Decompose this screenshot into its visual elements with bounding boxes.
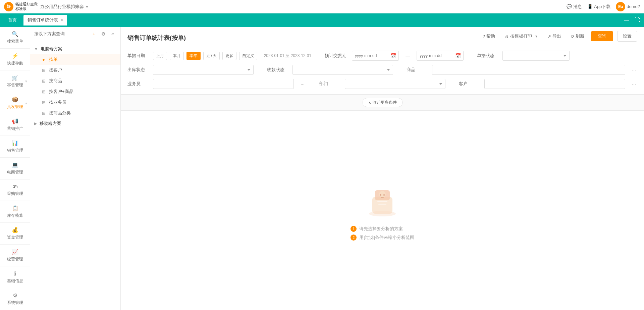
department-label: 部门 — [319, 81, 339, 87]
date-btn-more[interactable]: 更多 — [222, 52, 236, 60]
pc-group-arrow-icon: ▼ — [34, 47, 38, 51]
logo-text: 畅捷通好生意 标准版 — [15, 2, 38, 11]
svg-rect-7 — [378, 204, 386, 205]
mobile-group-arrow-icon: ▶ — [34, 121, 37, 126]
app-download-button[interactable]: 📱 App下载 — [587, 4, 610, 10]
scheme-group-mobile-title[interactable]: ▶ 移动端方案 — [30, 118, 120, 128]
purchase-icon: 🛍 — [12, 184, 18, 190]
ecommerce-icon: 💻 — [12, 162, 18, 168]
tab-close-icon[interactable]: × — [61, 18, 63, 22]
tip-num-2: 2 — [351, 235, 357, 241]
sidebar-item-ecommerce[interactable]: 💻 电商管理 — [0, 158, 30, 179]
message-icon: 💬 — [567, 4, 572, 9]
sidebar-item-finance[interactable]: 💰 资金管理 — [0, 223, 30, 245]
goods-filter-label: 商品 — [407, 67, 427, 73]
empty-state: 1 请先选择要分析的方案 2 用[过滤]条件来缩小分析范围 — [121, 111, 644, 310]
sidebar-item-system[interactable]: ⚙ 系统管理 — [0, 288, 30, 310]
goods-more-icon[interactable]: ··· — [631, 67, 637, 72]
customer-more-icon[interactable]: ··· — [631, 81, 637, 87]
page-header: 销售订单统计表(按单) ? 帮助 🖨 按模板打印 ▼ ↗ 导出 — [121, 27, 644, 45]
export-button[interactable]: ↗ 导出 — [545, 32, 564, 41]
salesman-more-icon[interactable]: ··· — [299, 81, 306, 87]
page-actions: ? 帮助 🖨 按模板打印 ▼ ↗ 导出 ↺ 刷新 — [480, 31, 637, 45]
tip-num-1: 1 — [351, 226, 357, 232]
sidebar-item-wholesale[interactable]: 📦 批发管理 ▲ — [0, 92, 30, 114]
tab-home[interactable]: 首页 — [3, 15, 22, 25]
date-btn-this-month[interactable]: 本月 — [170, 52, 184, 60]
date-filter-label: 单据日期 — [127, 53, 148, 59]
logo-area: 好 畅捷通好生意 标准版 — [4, 2, 38, 11]
sidebar-item-basic-info[interactable]: ℹ 基础信息 — [0, 266, 30, 288]
scheme-item-by-goods[interactable]: ⊞ 按商品 — [30, 75, 120, 86]
scheme-group-mobile: ▶ 移动端方案 — [30, 118, 120, 128]
goods-input[interactable] — [432, 65, 625, 75]
scheme-group-pc-title[interactable]: ▼ 电脑端方案 — [30, 44, 120, 54]
scheme-list: ▼ 电脑端方案 ● 按单 ⊞ 按客户 ⊞ 按商品 — [30, 41, 120, 131]
sidebar-item-marketing[interactable]: 📢 营销推广 — [0, 114, 30, 136]
empty-tips: 1 请先选择要分析的方案 2 用[过滤]条件来缩小分析范围 — [351, 226, 414, 241]
refresh-button[interactable]: ↺ 刷新 — [568, 32, 587, 41]
status-select[interactable] — [502, 51, 570, 61]
sidebar-item-sales[interactable]: 📊 销售管理 — [0, 136, 30, 158]
empty-tip-2: 2 用[过滤]条件来缩小分析范围 — [351, 235, 414, 241]
help-button[interactable]: ? 帮助 — [480, 32, 498, 41]
date-btn-7days[interactable]: 近7天 — [203, 52, 220, 60]
breadcrumb-dropdown-icon[interactable]: ▼ — [85, 5, 89, 9]
scheme-add-button[interactable]: + — [90, 30, 98, 38]
salesman-input[interactable] — [153, 79, 294, 89]
main-content: 销售订单统计表(按单) ? 帮助 🖨 按模板打印 ▼ ↗ 导出 — [121, 27, 644, 310]
breadcrumb: 办公用品行业模拟账套 ▼ — [40, 4, 564, 10]
by-customer-goods-icon: ⊞ — [41, 89, 46, 94]
filter-row-status: 出库状态 收款状态 商品 ··· — [127, 65, 637, 75]
tab-minimize-button[interactable]: — — [623, 16, 631, 24]
sidebar-item-inventory[interactable]: 📋 库存核算 — [0, 201, 30, 223]
sidebar-item-purchase[interactable]: 🛍 采购管理 — [0, 179, 30, 201]
retail-arrow-icon: ▼ — [24, 80, 28, 83]
payment-status-select[interactable] — [292, 65, 393, 75]
status-filter-label: 单据状态 — [477, 53, 497, 59]
empty-illustration — [362, 180, 402, 220]
scheme-settings-button[interactable]: ⚙ — [100, 30, 107, 38]
scheme-item-by-customer[interactable]: ⊞ 按客户 — [30, 65, 120, 75]
sidebar-item-retail[interactable]: 🛒 零售管理 ▼ — [0, 70, 30, 92]
by-goods-icon: ⊞ — [41, 78, 46, 84]
content-area: 按以下方案查询 + ⚙ « ▼ 电脑端方案 ● 按单 — [30, 27, 644, 310]
collapse-icon: ∧ — [368, 100, 371, 105]
export-icon: ↗ — [547, 34, 551, 39]
scheme-item-by-salesman[interactable]: ⊞ 按业务员 — [30, 97, 120, 108]
tab-bar-right: — ⛶ — [623, 16, 641, 24]
logo-icon: 好 — [4, 2, 13, 11]
date-button-group: 上月 本月 本年 近7天 更多 自定义 — [153, 52, 257, 60]
sidebar-item-quick-nav[interactable]: ⚡ 快捷导航 — [0, 49, 30, 70]
empty-tip-1: 1 请先选择要分析的方案 — [351, 226, 414, 232]
delivery-status-select[interactable] — [153, 65, 254, 75]
message-button[interactable]: 💬 消息 — [567, 4, 582, 10]
search-button[interactable]: 查询 — [591, 31, 613, 41]
department-select[interactable] — [345, 79, 445, 89]
date-btn-this-year[interactable]: 本年 — [186, 52, 201, 60]
scheme-collapse-button[interactable]: « — [109, 30, 116, 38]
filter-area: 单据日期 上月 本月 本年 近7天 更多 自定义 2023-01-01 至 20… — [121, 45, 644, 95]
settings-button[interactable]: 设置 — [617, 31, 637, 42]
marketing-icon: 📢 — [12, 118, 18, 124]
date-btn-last-month[interactable]: 上月 — [153, 52, 167, 60]
scheme-item-by-customer-goods[interactable]: ⊞ 按客户+商品 — [30, 86, 120, 97]
refresh-icon: ↺ — [571, 34, 574, 39]
sidebar-item-search[interactable]: 🔍 搜索菜单 — [0, 27, 30, 49]
print-dropdown-icon: ▼ — [535, 35, 538, 38]
svg-point-5 — [383, 194, 385, 196]
quick-nav-icon: ⚡ — [12, 53, 18, 59]
collapse-more-conditions-button[interactable]: ∧ 收起更多条件 — [121, 95, 644, 111]
date-btn-custom[interactable]: 自定义 — [239, 52, 257, 60]
scheme-item-by-category[interactable]: ⊞ 按商品分类 — [30, 108, 120, 118]
delivery-date-from-wrap: 📅 — [352, 51, 399, 61]
sidebar-item-operations[interactable]: 📈 经营管理 — [0, 245, 30, 266]
scheme-item-by-order[interactable]: ● 按单 — [30, 54, 120, 65]
svg-point-4 — [380, 194, 381, 196]
main-layout: 🔍 搜索菜单 ⚡ 快捷导航 🛒 零售管理 ▼ 📦 批发管理 ▲ 📢 营销推广 📊… — [0, 27, 644, 310]
customer-input[interactable] — [484, 79, 625, 89]
tab-maximize-button[interactable]: ⛶ — [633, 16, 641, 24]
user-avatar-area[interactable]: Ea demo2 — [616, 2, 640, 11]
print-template-button[interactable]: 🖨 按模板打印 ▼ — [502, 32, 541, 41]
tab-sales-order-stats[interactable]: 销售订单统计表 × — [23, 15, 67, 25]
